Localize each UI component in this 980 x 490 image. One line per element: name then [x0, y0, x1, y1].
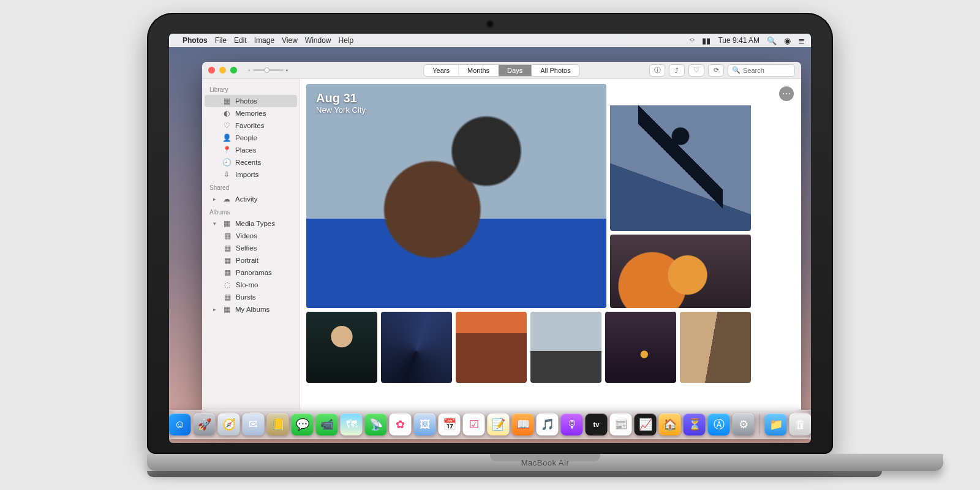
segment-years[interactable]: Years — [424, 65, 459, 76]
sidebar-item-label: Bursts — [236, 293, 256, 301]
hero-photo[interactable]: Aug 31 New York City — [306, 84, 606, 308]
menu-edit[interactable]: Edit — [234, 36, 247, 45]
dock-app-calendar[interactable]: 📅 — [439, 413, 461, 435]
dock-app-messages[interactable]: 💬 — [292, 413, 314, 435]
sidebar-item-slo-mo[interactable]: ◌Slo-mo — [205, 279, 297, 291]
dock-app-facetime[interactable]: 📹 — [316, 413, 338, 435]
close-button[interactable] — [208, 67, 215, 74]
sidebar-item-icon: 👤 — [222, 134, 231, 142]
sidebar-item-photos[interactable]: ▦Photos — [205, 95, 297, 107]
sidebar-item-icon: ♡ — [222, 121, 231, 130]
hero-overlay: Aug 31 New York City — [316, 91, 366, 115]
disclosure-triangle-icon[interactable]: ▾ — [213, 221, 218, 227]
dock-app-maps[interactable]: 🗺 — [341, 413, 363, 435]
segment-all-photos[interactable]: All Photos — [532, 65, 579, 76]
segment-months[interactable]: Months — [459, 65, 499, 76]
segment-days[interactable]: Days — [499, 65, 532, 76]
dock-app-settings[interactable]: ⚙ — [733, 413, 755, 435]
menubar-appname[interactable]: Photos — [183, 36, 208, 45]
search-field[interactable]: 🔍 — [728, 64, 795, 77]
dock-app-tv[interactable]: tv — [586, 413, 608, 435]
sidebar-item-media-types[interactable]: ▾▦Media Types — [205, 217, 297, 230]
view-segmented-control: YearsMonthsDaysAll Photos — [423, 64, 579, 77]
dock-app-preview[interactable]: 🖼 — [414, 413, 436, 435]
sidebar-item-icon: ▦ — [223, 256, 232, 265]
sidebar-item-my-albums[interactable]: ▸▦My Albums — [205, 303, 297, 315]
sidebar-item-portrait[interactable]: ▦Portrait — [205, 254, 297, 266]
spotlight-icon[interactable]: 🔍 — [767, 36, 777, 45]
info-button[interactable]: ⓘ — [649, 64, 665, 77]
photo-tile[interactable] — [610, 235, 751, 308]
photo-thumb[interactable] — [605, 312, 676, 383]
sidebar-item-bursts[interactable]: ▦Bursts — [205, 291, 297, 303]
dock-app-notes[interactable]: 📝 — [488, 413, 510, 435]
rotate-button[interactable]: ⟳ — [708, 64, 724, 77]
photo-thumb[interactable] — [381, 312, 452, 383]
sidebar-item-icon: ◐ — [222, 109, 231, 118]
dock-app-launchpad[interactable]: 🚀 — [194, 413, 216, 435]
zoom-button[interactable] — [230, 67, 237, 74]
dock-app-podcasts[interactable]: 🎙 — [561, 413, 583, 435]
dock-app-home[interactable]: 🏠 — [659, 413, 681, 435]
thumbnail-zoom-slider[interactable]: ▫▪ — [248, 67, 288, 74]
sidebar-item-icon: ▦ — [222, 219, 231, 228]
dock-app-photos[interactable]: ✿ — [390, 413, 412, 435]
dock-app-music[interactable]: 🎵 — [537, 413, 559, 435]
sidebar-item-recents[interactable]: 🕘Recents — [205, 156, 297, 168]
sidebar-item-label: Places — [235, 146, 257, 154]
sidebar-item-imports[interactable]: ⇩Imports — [205, 168, 297, 181]
sidebar-item-favorites[interactable]: ♡Favorites — [205, 119, 297, 132]
minimize-button[interactable] — [219, 67, 226, 74]
dock-app-trash[interactable]: 🗑 — [790, 413, 812, 435]
battery-icon[interactable]: ▮▮ — [702, 36, 710, 45]
dock-app-finder[interactable]: ☺ — [169, 413, 191, 435]
sidebar-item-label: Portrait — [236, 257, 258, 264]
photo-thumb[interactable] — [680, 312, 751, 383]
wifi-icon[interactable]: ⌔ — [690, 36, 695, 45]
photo-thumb[interactable] — [456, 312, 527, 383]
dock-app-news[interactable]: 📰 — [610, 413, 632, 435]
sidebar-item-places[interactable]: 📍Places — [205, 144, 297, 156]
dock-app-reminders[interactable]: ☑ — [463, 413, 485, 435]
sidebar-item-icon: ▦ — [223, 293, 232, 301]
dock-app-stocks[interactable]: 📈 — [635, 413, 657, 435]
sidebar-section-albums: Albums — [202, 205, 300, 217]
disclosure-triangle-icon[interactable]: ▸ — [213, 196, 218, 202]
dock-app-contacts[interactable]: 📒 — [267, 413, 289, 435]
photo-thumb[interactable] — [306, 312, 377, 383]
photo-thumb[interactable] — [530, 312, 601, 383]
dock-app-screentime[interactable]: ⏳ — [684, 413, 706, 435]
sidebar-item-icon: 🕘 — [222, 158, 231, 167]
menu-window[interactable]: Window — [305, 36, 331, 45]
sidebar-item-people[interactable]: 👤People — [205, 132, 297, 144]
siri-icon[interactable]: ◉ — [784, 36, 791, 45]
hero-location: New York City — [316, 105, 366, 115]
dock-app-findmy[interactable]: 📡 — [365, 413, 387, 435]
menu-help[interactable]: Help — [339, 36, 354, 45]
more-options-button[interactable]: ⋯ — [779, 86, 794, 101]
sidebar-item-videos[interactable]: ▦Videos — [205, 230, 297, 242]
search-input[interactable] — [743, 67, 791, 74]
dock-app-mail[interactable]: ✉ — [243, 413, 265, 435]
favorite-button[interactable]: ♡ — [688, 64, 704, 77]
window-titlebar: ▫▪ YearsMonthsDaysAll Photos ⓘ ⤴ ♡ ⟳ 🔍 — [202, 62, 801, 79]
sidebar-item-selfies[interactable]: ▦Selfies — [205, 242, 297, 254]
sidebar-item-memories[interactable]: ◐Memories — [205, 107, 297, 119]
photo-tile[interactable] — [610, 84, 751, 231]
dock-app-books[interactable]: 📖 — [512, 413, 534, 435]
photo-grid: ⋯ Aug 31 New York City — [300, 79, 801, 413]
menubar-clock[interactable]: Tue 9:41 AM — [718, 36, 760, 45]
dock-app-downloads[interactable]: 📁 — [765, 413, 787, 435]
sidebar-item-panoramas[interactable]: ▦Panoramas — [205, 266, 297, 279]
notification-center-icon[interactable]: ≣ — [798, 36, 805, 45]
menu-image[interactable]: Image — [254, 36, 274, 45]
dock-app-safari[interactable]: 🧭 — [218, 413, 240, 435]
menu-view[interactable]: View — [282, 36, 298, 45]
sidebar-item-icon: ▦ — [223, 244, 232, 252]
sidebar-item-activity[interactable]: ▸☁Activity — [205, 193, 297, 205]
dock-app-appstore[interactable]: Ⓐ — [708, 413, 730, 435]
menu-file[interactable]: File — [215, 36, 227, 45]
share-button[interactable]: ⤴ — [669, 64, 685, 77]
sidebar-item-label: Selfies — [236, 244, 257, 252]
disclosure-triangle-icon[interactable]: ▸ — [213, 306, 218, 312]
